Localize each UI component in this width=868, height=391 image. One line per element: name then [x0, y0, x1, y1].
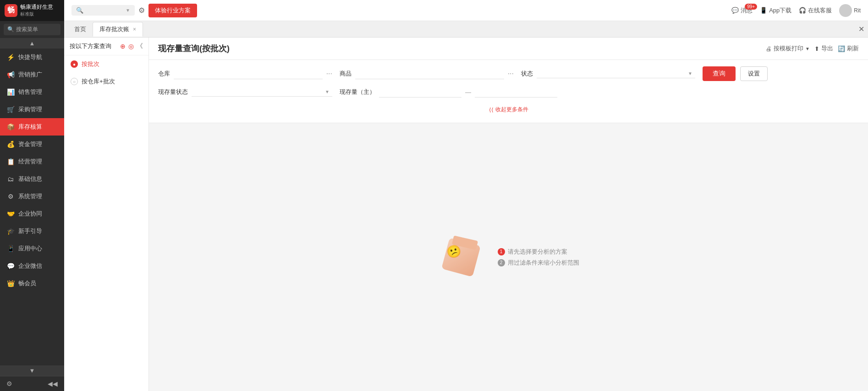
- sidebar-settings-btn[interactable]: ⚙: [6, 380, 12, 387]
- panel-add-btn[interactable]: ⊕: [120, 43, 126, 50]
- status-filter-group: 状态 ▼: [521, 69, 695, 78]
- sidebar-item-finance[interactable]: 💰 资金管理: [0, 136, 64, 153]
- online-service-btn[interactable]: 🎧 在线客服: [799, 6, 832, 15]
- sidebar-app-title: 畅康通好生意: [20, 4, 53, 11]
- status-label: 状态: [521, 70, 533, 78]
- sidebar-item-system[interactable]: ⚙ 系统管理: [0, 188, 64, 205]
- status-select[interactable]: ▼: [537, 69, 695, 78]
- warehouse-more-btn[interactable]: ···: [326, 70, 332, 78]
- goods-filter-group: 商品 ···: [340, 68, 514, 79]
- panel-item-warehouse-batch[interactable]: ○ 按仓库+批次: [64, 73, 148, 90]
- status-chevron-icon: ▼: [688, 71, 692, 76]
- inventory-icon: 📦: [6, 123, 15, 131]
- range-dash: —: [465, 89, 471, 96]
- collapse-up-icon: ⟨⟨: [489, 107, 494, 113]
- sidebar-scroll-down[interactable]: ▼: [0, 365, 64, 376]
- messages-btn[interactable]: 💬 消息 99+: [731, 6, 753, 15]
- panel-settings-btn[interactable]: ◎: [128, 43, 134, 50]
- online-service-label: 在线客服: [808, 6, 832, 15]
- panel-item-warehouse-batch-label: 按仓库+批次: [82, 77, 115, 86]
- sidebar-logo: 畅: [5, 4, 17, 17]
- query-button[interactable]: 查询: [703, 66, 736, 81]
- tab-home[interactable]: 首页: [68, 22, 93, 36]
- search-input[interactable]: [86, 7, 123, 14]
- sidebar-item-quick-nav[interactable]: ⚡ 快捷导航: [0, 49, 64, 66]
- sidebar-scroll-up[interactable]: ▲: [0, 38, 64, 49]
- message-badge: 99+: [745, 4, 757, 10]
- refresh-btn[interactable]: 🔄 刷新: [838, 44, 859, 53]
- search-icon: 🔍: [7, 26, 14, 33]
- stock-qty-max-input[interactable]: [475, 87, 557, 98]
- warehouse-filter-group: 仓库 ···: [158, 68, 332, 79]
- app-download-btn[interactable]: 📱 App下载: [760, 6, 791, 15]
- sidebar-collapse-btn[interactable]: ◀◀: [48, 380, 58, 387]
- stock-qty-min-input[interactable]: [379, 87, 461, 98]
- stock-status-filter-group: 现存量状态 ▼: [158, 87, 332, 97]
- goods-input[interactable]: [355, 68, 504, 79]
- tab-inventory-batch[interactable]: 库存批次账 ×: [93, 22, 143, 37]
- collapse-row[interactable]: ⟨⟨ 收起更多条件: [158, 103, 859, 116]
- sidebar-item-sales[interactable]: 📊 销售管理: [0, 83, 64, 101]
- trial-button[interactable]: 体验行业方案: [148, 4, 197, 17]
- export-icon: ⬆: [814, 45, 819, 52]
- page-actions: 🖨 按模板打印 ▼ ⬆ 导出 🔄 刷新: [766, 44, 859, 53]
- panel-item-batch[interactable]: ● 按批次: [64, 55, 148, 73]
- sidebar-app-subtitle: 标准版: [20, 11, 53, 17]
- sidebar-item-apps[interactable]: 📱 应用中心: [0, 240, 64, 257]
- filter-row-1: 仓库 ··· 商品 ··· 状态 ▼: [158, 66, 859, 81]
- sidebar-search[interactable]: 🔍 搜索菜单: [4, 24, 60, 35]
- message-icon: 💬: [731, 7, 739, 14]
- topbar-right: 💬 消息 99+ 📱 App下载 🎧 在线客服 Rit: [731, 4, 861, 17]
- sidebar-item-guide[interactable]: 🎓 新手引导: [0, 223, 64, 240]
- stock-status-label: 现存量状态: [158, 88, 188, 96]
- sidebar-header: 畅 畅康通好生意 标准版: [0, 0, 64, 21]
- collapse-label: 收起更多条件: [495, 106, 528, 114]
- sidebar-item-purchase[interactable]: 🛒 采购管理: [0, 101, 64, 118]
- tab-close-icon[interactable]: ×: [133, 26, 136, 33]
- goods-label: 商品: [340, 70, 352, 78]
- headset-icon: 🎧: [799, 7, 806, 14]
- warehouse-label: 仓库: [158, 70, 170, 78]
- purchase-icon: 🛒: [6, 105, 15, 114]
- avatar: [839, 4, 852, 17]
- marketing-icon: 📢: [6, 71, 15, 79]
- ops-icon: 📋: [6, 157, 15, 166]
- warehouse-input[interactable]: [174, 68, 323, 79]
- sidebar-item-label: 应用中心: [18, 244, 42, 253]
- member-icon: 👑: [6, 279, 15, 288]
- sidebar-item-label: 畅会员: [18, 279, 36, 288]
- export-btn[interactable]: ⬆ 导出: [814, 44, 833, 53]
- sidebar-item-inventory[interactable]: 📦 库存核算: [0, 118, 64, 136]
- stock-status-select[interactable]: ▼: [192, 87, 332, 97]
- sidebar-item-basic[interactable]: 🗂 基础信息: [0, 170, 64, 188]
- user-avatar-area[interactable]: Rit: [839, 4, 861, 17]
- sidebar-item-marketing[interactable]: 📢 营销推广: [0, 66, 64, 83]
- sidebar-item-wechat[interactable]: 💬 企业微信: [0, 257, 64, 275]
- phone-icon: 📱: [760, 7, 767, 14]
- sidebar-item-label: 营销推广: [18, 71, 42, 79]
- chevron-down-icon[interactable]: ▼: [805, 46, 810, 51]
- chevron-down-icon[interactable]: ▼: [126, 8, 130, 13]
- sidebar-item-label: 系统管理: [18, 192, 42, 201]
- global-search[interactable]: 🔍 ▼: [71, 5, 135, 16]
- empty-illustration: 😕: [438, 234, 484, 280]
- step1-text: 请先选择要分析的方案: [508, 248, 567, 256]
- panel-item-dot-red: ●: [71, 60, 78, 68]
- tabbar-close-icon[interactable]: ✕: [858, 25, 864, 33]
- sidebar: 畅 畅康通好生意 标准版 🔍 搜索菜单 ▲ ⚡ 快捷导航 📢 营销推广 📊 销售…: [0, 0, 64, 391]
- sidebar-item-label: 基础信息: [18, 175, 42, 183]
- settings-button[interactable]: 设置: [740, 66, 768, 81]
- print-btn[interactable]: 🖨 按模板打印 ▼: [766, 44, 810, 53]
- sidebar-item-enterprise[interactable]: 🤝 企业协同: [0, 205, 64, 223]
- stock-qty-label: 现存量（主）: [340, 88, 375, 96]
- goods-more-btn[interactable]: ···: [508, 70, 514, 78]
- sidebar-item-member[interactable]: 👑 畅会员: [0, 275, 64, 292]
- sidebar-item-label: 资金管理: [18, 140, 42, 148]
- username-label: Rit: [854, 7, 861, 14]
- export-label: 导出: [821, 44, 833, 53]
- system-icon: ⚙: [6, 192, 15, 201]
- panel-collapse-btn[interactable]: 《: [137, 42, 143, 50]
- sidebar-item-ops[interactable]: 📋 经营管理: [0, 153, 64, 170]
- topbar-gear-icon[interactable]: ⚙: [138, 6, 145, 15]
- empty-box: [441, 238, 481, 277]
